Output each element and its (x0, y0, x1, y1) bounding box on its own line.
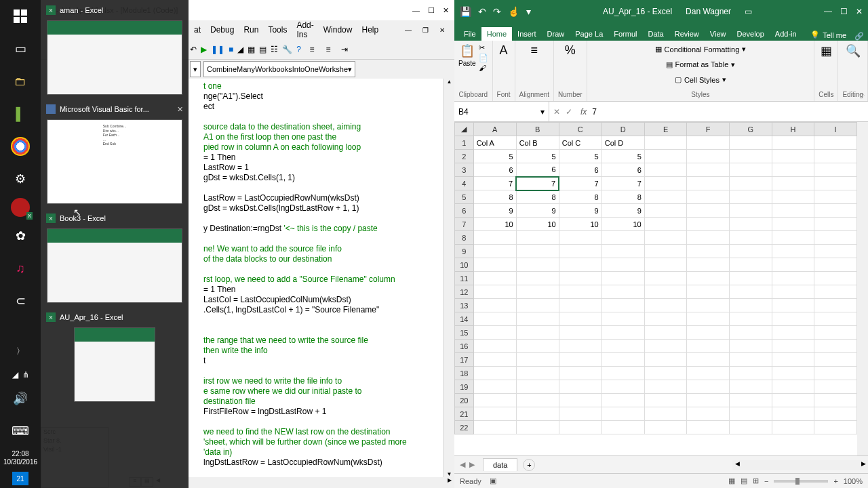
cell[interactable] (516, 272, 559, 285)
cell[interactable] (473, 340, 516, 353)
zoom-level[interactable]: 100% (844, 477, 863, 485)
add-sheet-button[interactable]: + (523, 459, 535, 471)
close-icon[interactable]: ✕ (177, 105, 183, 114)
vertical-scrollbar[interactable] (443, 79, 454, 477)
cell[interactable] (814, 163, 857, 177)
cell[interactable] (687, 258, 730, 272)
run-icon[interactable]: ▶ (201, 43, 207, 56)
tab-draw[interactable]: Draw (542, 27, 570, 41)
cell[interactable]: Col C (559, 136, 601, 150)
cell[interactable] (772, 150, 814, 163)
cell[interactable] (687, 367, 730, 380)
cell[interactable] (730, 218, 772, 231)
cell[interactable]: 7 (516, 177, 559, 190)
enter-icon[interactable]: ✓ (566, 107, 572, 117)
cell[interactable] (644, 136, 687, 150)
cell[interactable] (772, 285, 814, 299)
cell[interactable] (730, 231, 772, 245)
cell[interactable] (644, 190, 687, 204)
undo-icon[interactable]: ↶ (190, 43, 197, 56)
cell[interactable] (772, 272, 814, 285)
volume-icon[interactable]: 🔊 (7, 385, 34, 412)
cell[interactable] (814, 258, 857, 272)
cell[interactable] (687, 163, 730, 177)
cell[interactable] (772, 312, 814, 326)
cell[interactable] (772, 421, 814, 434)
undo-icon[interactable]: ↶ (478, 6, 486, 17)
save-icon[interactable]: 💾 (460, 6, 471, 17)
cell[interactable] (814, 245, 857, 258)
keyboard-icon[interactable]: ⌨ (7, 418, 34, 445)
scroll-right-icon[interactable]: ▶ (445, 477, 454, 488)
cell[interactable] (772, 340, 814, 353)
cell[interactable] (516, 421, 559, 434)
maximize-icon[interactable]: ☐ (428, 6, 435, 15)
row-header[interactable]: 4 (455, 177, 474, 190)
cell[interactable] (772, 367, 814, 380)
row-header[interactable]: 7 (455, 218, 474, 231)
project-icon[interactable]: ▦ (248, 43, 255, 56)
horizontal-scrollbar[interactable] (163, 477, 445, 488)
cell[interactable] (730, 380, 772, 394)
tell-me-search[interactable]: 💡Tell me (806, 29, 850, 41)
cell[interactable] (730, 407, 772, 421)
stop-icon[interactable]: ■ (229, 43, 233, 56)
cell[interactable] (687, 190, 730, 204)
cell[interactable] (772, 299, 814, 312)
cell[interactable] (730, 312, 772, 326)
cell[interactable]: Col B (516, 136, 559, 150)
cell[interactable] (601, 394, 644, 407)
cell[interactable] (516, 367, 559, 380)
column-header[interactable]: I (814, 123, 857, 136)
app-icon-1[interactable]: ▌ (7, 100, 34, 127)
cell[interactable]: 9 (516, 204, 559, 218)
cell[interactable] (516, 340, 559, 353)
copy-icon[interactable]: 📄 (479, 54, 488, 62)
cell[interactable] (730, 177, 772, 190)
cell[interactable] (687, 150, 730, 163)
task-view-icon[interactable]: ▭ (7, 35, 34, 62)
cell[interactable] (559, 326, 601, 340)
excel-titlebar[interactable]: 💾 ↶ ↷ ☝ ▾ AU_Apr_16 - Excel Dan Wagner ▭… (454, 0, 868, 23)
cell[interactable]: 8 (473, 190, 516, 204)
cell[interactable] (644, 204, 687, 218)
cell[interactable] (814, 407, 857, 421)
cell[interactable] (473, 258, 516, 272)
close-icon[interactable]: ✕ (443, 6, 449, 15)
row-header[interactable]: 3 (455, 163, 474, 177)
row-header[interactable]: 19 (455, 380, 474, 394)
cell[interactable] (814, 150, 857, 163)
horizontal-scrollbar[interactable]: ◀▶ (732, 460, 868, 470)
column-header[interactable]: H (772, 123, 814, 136)
cell[interactable] (516, 285, 559, 299)
column-header[interactable]: E (644, 123, 687, 136)
cell[interactable]: 7 (473, 177, 516, 190)
menu-debug[interactable]: Debug (206, 24, 238, 36)
cell[interactable] (772, 136, 814, 150)
file-explorer-icon[interactable]: 🗀 (7, 68, 34, 95)
row-header[interactable]: 22 (455, 421, 474, 434)
cell[interactable] (730, 299, 772, 312)
cell[interactable] (559, 245, 601, 258)
cell[interactable] (473, 299, 516, 312)
column-header[interactable]: B (516, 123, 559, 136)
vertical-scrollbar[interactable] (857, 122, 868, 455)
maximize-icon[interactable]: ☐ (840, 7, 848, 16)
menu-window[interactable]: Window (319, 24, 357, 36)
cell[interactable] (473, 367, 516, 380)
switcher-item-aman[interactable]: Xaman - Excel (43, 3, 186, 95)
switcher-item-vba[interactable]: Microsoft Visual Basic for...✕ Sub Combi… (43, 102, 186, 204)
cell[interactable] (772, 407, 814, 421)
view-layout-icon[interactable]: ▤ (741, 476, 747, 485)
cell[interactable] (814, 136, 857, 150)
tab-formulas[interactable]: Formul (608, 27, 642, 41)
cell[interactable] (730, 204, 772, 218)
app-icon-c[interactable]: ⊂ (7, 287, 34, 314)
close-icon[interactable]: ✕ (856, 7, 863, 16)
tab-pagelayout[interactable]: Page La (570, 27, 608, 41)
macro-record-icon[interactable]: ▣ (490, 476, 496, 485)
cell[interactable] (814, 177, 857, 190)
cell[interactable] (814, 421, 857, 434)
cell[interactable] (644, 353, 687, 367)
cell[interactable]: 8 (601, 190, 644, 204)
